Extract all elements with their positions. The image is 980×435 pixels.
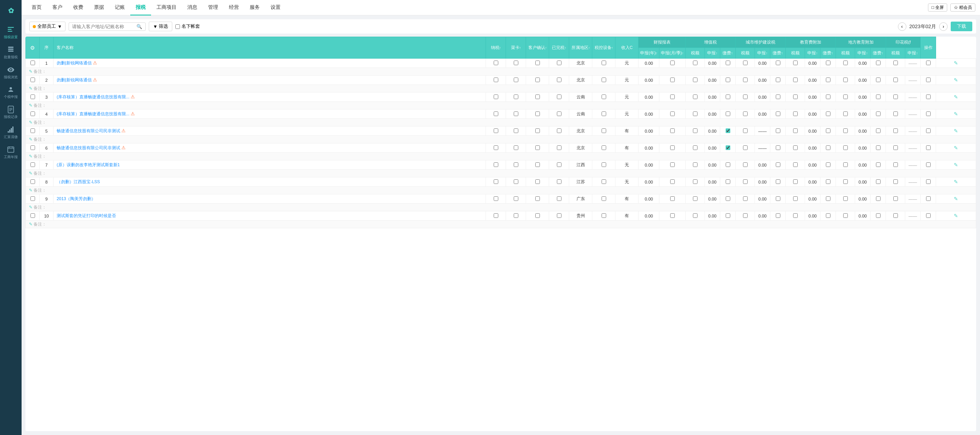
- nav-accounting[interactable]: 记账: [109, 0, 130, 15]
- row-edu-filed[interactable]: [820, 126, 836, 136]
- row-urban-paid[interactable]: [786, 59, 805, 68]
- row-vat-filed[interactable]: [720, 59, 736, 68]
- row-fin-month[interactable]: [686, 110, 705, 119]
- fullscreen-btn[interactable]: □ 全屏: [928, 3, 947, 12]
- row-local-edu-filed[interactable]: [871, 177, 886, 187]
- th-region[interactable]: 所属地区↑: [569, 37, 592, 59]
- th-local-edu-filed[interactable]: 申报↑: [855, 48, 871, 59]
- row-urban-paid[interactable]: [786, 126, 805, 136]
- row-edu-paid[interactable]: [836, 194, 855, 204]
- row-urban-filed[interactable]: [770, 143, 786, 153]
- row-stamp-filed[interactable]: [921, 59, 936, 68]
- nav-home[interactable]: 首页: [26, 0, 47, 15]
- row-local-edu-filed[interactable]: [871, 143, 886, 153]
- row-urban-paid[interactable]: [786, 76, 805, 85]
- row-local-edu-filed[interactable]: [871, 110, 886, 119]
- row-local-edu-filed[interactable]: [871, 76, 886, 85]
- row-checkbox-cell[interactable]: [26, 59, 40, 68]
- filter-button[interactable]: ▼ 筛选: [149, 22, 172, 31]
- edit-icon[interactable]: ✎: [954, 60, 958, 66]
- row-local-edu-paid[interactable]: [886, 177, 905, 187]
- row-checkbox-cell[interactable]: [26, 211, 40, 221]
- row-local-edu-paid[interactable]: [886, 143, 905, 153]
- note-cell[interactable]: ✎ 备注：: [26, 221, 976, 228]
- nav-invoice[interactable]: 票据: [89, 0, 109, 15]
- row-vat-filed[interactable]: [720, 126, 736, 136]
- th-urban-filed[interactable]: 申报↑: [755, 48, 770, 59]
- th-done[interactable]: 已完税↑: [549, 37, 569, 59]
- row-vat-paid[interactable]: [736, 211, 755, 221]
- row-vat-filed[interactable]: [720, 143, 736, 153]
- th-vat-filed[interactable]: 申报↑: [705, 48, 720, 59]
- row-vat-paid[interactable]: [736, 160, 755, 170]
- row-action[interactable]: ✎: [936, 76, 976, 85]
- row-stamp-filed[interactable]: [921, 194, 936, 204]
- row-vat-filed[interactable]: [720, 76, 736, 85]
- nav-service[interactable]: 服务: [244, 0, 265, 15]
- row-fin-year[interactable]: [659, 76, 686, 85]
- row-action[interactable]: ✎: [936, 126, 976, 136]
- row-fin-month[interactable]: [686, 177, 705, 187]
- row-edu-paid[interactable]: [836, 177, 855, 187]
- row-fin-month[interactable]: [686, 76, 705, 85]
- note-edit-icon[interactable]: ✎: [29, 171, 32, 175]
- row-client-name[interactable]: 勿删|新锐网络通信⚠: [54, 59, 486, 68]
- row-urban-paid[interactable]: [786, 177, 805, 187]
- row-local-edu-paid[interactable]: [886, 93, 905, 102]
- row-fin-month[interactable]: [686, 194, 705, 204]
- row-vat-filed[interactable]: [720, 177, 736, 187]
- next-date-btn[interactable]: ›: [939, 22, 948, 31]
- row-urban-paid[interactable]: [786, 211, 805, 221]
- nav-management[interactable]: 管理: [203, 0, 224, 15]
- row-vat-paid[interactable]: [736, 143, 755, 153]
- row-urban-paid[interactable]: [786, 110, 805, 119]
- row-fin-month[interactable]: [686, 126, 705, 136]
- th-revenue[interactable]: 收入C: [615, 37, 639, 59]
- note-edit-icon[interactable]: ✎: [29, 188, 32, 192]
- row-client-name[interactable]: 勿删|新锐网络通信⚠: [54, 76, 486, 85]
- row-fin-month[interactable]: [686, 93, 705, 102]
- row-vat-paid[interactable]: [736, 59, 755, 68]
- sidebar-item-tax-settings[interactable]: 报税设置: [0, 22, 22, 42]
- row-urban-filed[interactable]: [770, 59, 786, 68]
- note-edit-icon[interactable]: ✎: [29, 103, 32, 108]
- row-action[interactable]: ✎: [936, 160, 976, 170]
- note-edit-icon[interactable]: ✎: [29, 154, 32, 158]
- th-edu-paid[interactable]: 缴费↑: [820, 48, 836, 59]
- edit-icon[interactable]: ✎: [954, 111, 958, 117]
- row-local-edu-filed[interactable]: [871, 93, 886, 102]
- row-edu-filed[interactable]: [820, 76, 836, 85]
- row-edu-filed[interactable]: [820, 59, 836, 68]
- named-accounts-checkbox[interactable]: [175, 24, 180, 29]
- row-urban-filed[interactable]: [770, 211, 786, 221]
- th-vat-paid[interactable]: 缴费↑: [720, 48, 736, 59]
- row-urban-filed[interactable]: [770, 160, 786, 170]
- row-checkbox-cell[interactable]: [26, 126, 40, 136]
- note-cell[interactable]: ✎ 备注：: [26, 187, 976, 194]
- row-edu-paid[interactable]: [836, 211, 855, 221]
- row-fin-year[interactable]: [659, 211, 686, 221]
- row-urban-paid[interactable]: [786, 194, 805, 204]
- sidebar-item-annual-tax[interactable]: 工商年报: [0, 142, 22, 162]
- row-local-edu-filed[interactable]: [871, 126, 886, 136]
- row-fin-year[interactable]: [659, 177, 686, 187]
- row-edu-paid[interactable]: [836, 160, 855, 170]
- row-client-name[interactable]: (原）误删勿改李艳牙测试斯套新1: [54, 160, 486, 170]
- row-action[interactable]: ✎: [936, 177, 976, 187]
- row-fin-month[interactable]: [686, 211, 705, 221]
- edit-icon[interactable]: ✎: [954, 179, 958, 185]
- nav-settings[interactable]: 设置: [265, 0, 286, 15]
- row-client-name[interactable]: (库存核算）直播畅捷通信息技股有限...⚠: [54, 93, 486, 102]
- th-cancel-card[interactable]: 渠卡↑: [506, 37, 526, 59]
- th-tax-control[interactable]: 税控设备↑: [592, 37, 615, 59]
- edit-icon[interactable]: ✎: [954, 196, 958, 202]
- row-edu-paid[interactable]: [836, 76, 855, 85]
- row-edu-paid[interactable]: [836, 93, 855, 102]
- row-edu-filed[interactable]: [820, 177, 836, 187]
- row-local-edu-paid[interactable]: [886, 110, 905, 119]
- note-cell[interactable]: ✎ 备注：: [26, 136, 976, 143]
- nav-message[interactable]: 消息: [182, 0, 203, 15]
- edit-icon[interactable]: ✎: [954, 77, 958, 83]
- row-fin-month[interactable]: [686, 143, 705, 153]
- row-stamp-filed[interactable]: [921, 211, 936, 221]
